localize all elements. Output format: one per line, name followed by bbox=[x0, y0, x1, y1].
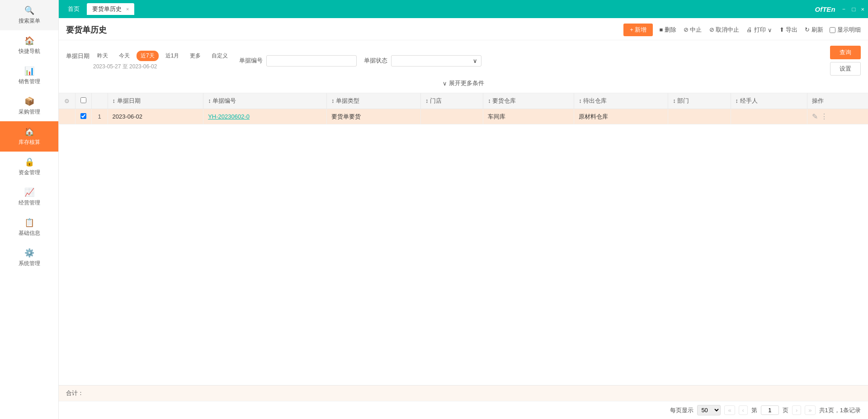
last-page-button[interactable]: » bbox=[805, 405, 815, 415]
ops-mgmt-icon: 📈 bbox=[24, 187, 34, 197]
total-label: 共1页，1条记录 bbox=[819, 406, 861, 414]
order-no-filter: 单据编号 bbox=[239, 55, 357, 67]
col-order-type[interactable]: ↕ 单据类型 bbox=[327, 93, 421, 109]
cancel-stop-button[interactable]: ⊘ 取消中止 bbox=[708, 24, 741, 36]
date-filter-group: 单据日期 昨天今天近7天近1月更多自定义 2023-05-27 至 2023-0… bbox=[66, 51, 232, 71]
page-input[interactable] bbox=[761, 405, 779, 415]
date-btn-今天[interactable]: 今天 bbox=[115, 51, 134, 61]
inventory-icon: 🏠 bbox=[24, 127, 34, 137]
finance-mgmt-icon: 🔒 bbox=[24, 157, 34, 167]
tab-close-icon[interactable]: × bbox=[126, 6, 129, 12]
sidebar-item-search-menu[interactable]: 🔍 搜索菜单 bbox=[0, 0, 58, 30]
delete-button[interactable]: ■ 删除 bbox=[658, 24, 677, 36]
add-button[interactable]: + 新增 bbox=[623, 24, 653, 36]
select-all-checkbox[interactable] bbox=[80, 97, 86, 103]
row-date: 2023-06-02 bbox=[108, 109, 203, 124]
sidebar-item-purchase-mgmt[interactable]: 📦 采购管理 bbox=[0, 91, 58, 121]
content-area: 要货单历史 + 新增 ■ 删除 ⊘ 中止 ⊘ 取消中止 🖨 打印 ∨ ⬆ 导出 … bbox=[59, 18, 868, 419]
table-row[interactable]: 1 2023-06-02 YH-20230602-0 要货单要货 车间库 原材料… bbox=[59, 109, 868, 124]
tab-home[interactable]: 首页 bbox=[62, 3, 85, 15]
date-btn-昨天[interactable]: 昨天 bbox=[93, 51, 112, 61]
expand-filter-button[interactable]: ∨ 展开更多条件 bbox=[443, 79, 484, 87]
sidebar-item-basic-info[interactable]: 📋 基础信息 bbox=[0, 212, 58, 243]
col-dept[interactable]: ↕ 部门 bbox=[668, 93, 731, 109]
date-btn-更多[interactable]: 更多 bbox=[186, 51, 205, 61]
page-header: 要货单历史 + 新增 ■ 删除 ⊘ 中止 ⊘ 取消中止 🖨 打印 ∨ ⬆ 导出 … bbox=[59, 18, 868, 40]
display-detail-toggle[interactable]: 显示明细 bbox=[830, 26, 861, 34]
order-no-label: 单据编号 bbox=[239, 57, 263, 65]
row-order-no[interactable]: YH-20230602-0 bbox=[203, 109, 327, 124]
topbar: 首页 要货单历史 × OfTEn － □ × bbox=[59, 0, 868, 18]
page-label: 第 bbox=[751, 406, 757, 414]
status-select[interactable] bbox=[395, 57, 473, 64]
print-button[interactable]: 🖨 打印 ∨ bbox=[745, 24, 773, 36]
window-close-icon[interactable]: × bbox=[861, 6, 864, 13]
data-table: ⚙ ↕ 单据日期 ↕ 单据编号 ↕ 单据类型 ↕ 门店 ↕ 要货仓库 ↕ 待出仓… bbox=[59, 93, 868, 124]
page-suffix: 页 bbox=[783, 406, 788, 414]
order-no-input[interactable] bbox=[266, 55, 357, 67]
sidebar-label-inventory: 库存核算 bbox=[19, 138, 40, 146]
col-dest-warehouse[interactable]: ↕ 待出仓库 bbox=[574, 93, 668, 109]
sidebar-label-purchase-mgmt: 采购管理 bbox=[19, 108, 40, 116]
filter-row-1: 单据日期 昨天今天近7天近1月更多自定义 2023-05-27 至 2023-0… bbox=[66, 46, 861, 76]
summary-label: 合计： bbox=[66, 389, 84, 397]
sidebar-item-inventory[interactable]: 🏠 库存核算 bbox=[0, 121, 58, 152]
row-checkbox-col[interactable] bbox=[75, 109, 91, 124]
next-page-button[interactable]: › bbox=[792, 405, 801, 415]
sidebar-label-search-menu: 搜索菜单 bbox=[19, 17, 40, 25]
sidebar-item-ops-mgmt[interactable]: 📈 经营管理 bbox=[0, 182, 58, 212]
setting-button[interactable]: 设置 bbox=[830, 62, 861, 76]
prev-page-button[interactable]: ‹ bbox=[739, 405, 748, 415]
status-filter: 单据状态 ∨ bbox=[364, 55, 481, 67]
display-detail-checkbox[interactable] bbox=[830, 27, 835, 33]
row-settings-col bbox=[59, 109, 75, 124]
header-row: ⚙ ↕ 单据日期 ↕ 单据编号 ↕ 单据类型 ↕ 门店 ↕ 要货仓库 ↕ 待出仓… bbox=[59, 93, 868, 109]
date-btn-近1月[interactable]: 近1月 bbox=[161, 51, 184, 61]
stop-button[interactable]: ⊘ 中止 bbox=[683, 24, 703, 36]
print-arrow: ∨ bbox=[768, 27, 772, 33]
row-store bbox=[421, 109, 483, 124]
query-button[interactable]: 查询 bbox=[830, 46, 861, 59]
status-select-wrapper[interactable]: ∨ bbox=[391, 55, 481, 67]
date-btn-自定义[interactable]: 自定义 bbox=[208, 51, 232, 61]
per-page-select[interactable]: 50 10 20 100 bbox=[697, 405, 721, 415]
date-btn-近7天[interactable]: 近7天 bbox=[137, 51, 159, 61]
status-dropdown-icon: ∨ bbox=[473, 57, 477, 64]
expand-icon: ∨ bbox=[443, 80, 447, 87]
col-handler[interactable]: ↕ 经手人 bbox=[731, 93, 807, 109]
per-page-label: 每页显示 bbox=[670, 406, 693, 414]
window-minimize-icon[interactable]: － bbox=[841, 5, 847, 13]
row-more-icon[interactable]: ⋮ bbox=[821, 112, 828, 121]
col-req-warehouse[interactable]: ↕ 要货仓库 bbox=[483, 93, 574, 109]
col-order-no[interactable]: ↕ 单据编号 bbox=[203, 93, 327, 109]
refresh-button[interactable]: ↻ 刷新 bbox=[804, 24, 824, 36]
sidebar-label-finance-mgmt: 资金管理 bbox=[19, 169, 40, 176]
filter-right-btns: 查询 设置 bbox=[830, 46, 861, 76]
row-actions: ✎ ⋮ bbox=[807, 109, 868, 124]
col-actions: 操作 bbox=[807, 93, 868, 109]
system-mgmt-icon: ⚙️ bbox=[24, 248, 34, 258]
sidebar-item-system-mgmt[interactable]: ⚙️ 系统管理 bbox=[0, 243, 58, 273]
sidebar-item-quick-nav[interactable]: 🏠 快捷导航 bbox=[0, 30, 58, 61]
window-maximize-icon[interactable]: □ bbox=[852, 6, 856, 13]
row-handler bbox=[731, 109, 807, 124]
sales-mgmt-icon: 📊 bbox=[24, 66, 34, 76]
col-store[interactable]: ↕ 门店 bbox=[421, 93, 483, 109]
sidebar-item-sales-mgmt[interactable]: 📊 销售管理 bbox=[0, 61, 58, 91]
brand-label: OfTEn bbox=[815, 5, 835, 13]
col-date[interactable]: ↕ 单据日期 bbox=[108, 93, 203, 109]
purchase-mgmt-icon: 📦 bbox=[24, 96, 34, 106]
sidebar-item-finance-mgmt[interactable]: 🔒 资金管理 bbox=[0, 152, 58, 182]
tab-active[interactable]: 要货单历史 × bbox=[87, 3, 134, 15]
col-settings[interactable]: ⚙ bbox=[59, 93, 75, 109]
table-header: ⚙ ↕ 单据日期 ↕ 单据编号 ↕ 单据类型 ↕ 门店 ↕ 要货仓库 ↕ 待出仓… bbox=[59, 93, 868, 109]
print-label: 🖨 打印 bbox=[746, 26, 766, 34]
filter-area: 单据日期 昨天今天近7天近1月更多自定义 2023-05-27 至 2023-0… bbox=[59, 40, 868, 93]
export-button[interactable]: ⬆ 导出 bbox=[778, 24, 799, 36]
row-edit-icon[interactable]: ✎ bbox=[812, 112, 818, 121]
col-checkbox[interactable] bbox=[75, 93, 91, 109]
page-title: 要货单历史 bbox=[66, 24, 623, 35]
row-checkbox[interactable] bbox=[80, 113, 86, 119]
sidebar-label-sales-mgmt: 销售管理 bbox=[19, 78, 40, 86]
first-page-button[interactable]: « bbox=[724, 405, 735, 415]
